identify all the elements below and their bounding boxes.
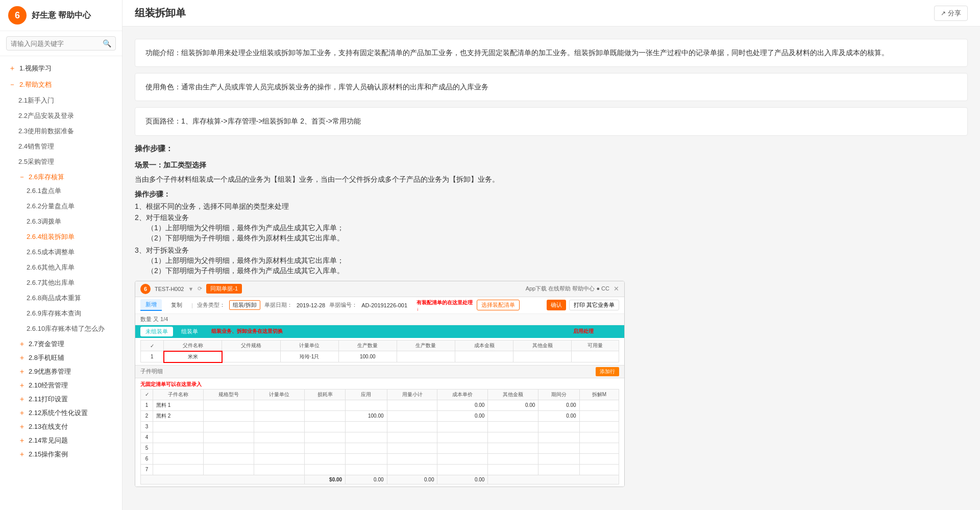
app-topbar: 6 TEST-H002 ▼ ⟳ 同期单据-1 App下载 在线帮助 帮助中心 ●… [135, 281, 624, 297]
plus-icon-print: ＋ [18, 395, 26, 404]
sidebar-item-other-out[interactable]: 2.6.7其他出库单 [27, 275, 122, 290]
plus-icon-operation: ＋ [18, 381, 26, 390]
sidebar-item-stocktake[interactable]: 2.6.1盘点单 [27, 183, 122, 199]
step1: 1、根据不同的业务，选择不同单据的类型来处理 [135, 202, 968, 211]
app-field-date-value: 2019-12-28 [297, 302, 325, 308]
sidebar-item-transfer[interactable]: 2.6.3调拨单 [27, 214, 122, 229]
table-row: 2 黑料 2 100.00 0.00 0.00 [141, 410, 619, 421]
sidebar-item-payment[interactable]: ＋ 2.13在线支付 [18, 419, 122, 433]
sidebar-item-finance[interactable]: ＋ 2.7资金管理 [18, 336, 122, 350]
path-text: 页面路径：1、库存核算->库存管理->组装拆卸单 2、首页->常用功能 [145, 117, 361, 125]
share-icon: ↗ [941, 10, 946, 17]
app-btn-print[interactable]: 打印 其它业务单 [569, 300, 619, 310]
sidebar-item-newbie[interactable]: 2.1新手入门 [18, 93, 122, 108]
app-shop-name: TEST-H002 [155, 286, 184, 292]
app-field-no-label: 单据编号： [329, 301, 357, 309]
page-title: 组装拆卸单 [135, 6, 186, 20]
annotation-bottom: 无固定清单可以在这里录入 [135, 378, 624, 389]
ops-title: 操作步骤： [135, 144, 968, 154]
nav-tree: ＋ 1.视频学习 － 2.帮助文档 2.1新手入门 2.2产品安装及登录 2.3… [0, 56, 122, 510]
th-other-amount: 其他金额 [513, 340, 572, 351]
app-close-icon[interactable]: ✕ [614, 285, 619, 293]
th-cost-amount: 成本金额 [455, 340, 513, 351]
app-bottom-table-container: ✓ 子件名称 规格型号 计量单位 损耗率 应用 用量小计 成本单价 其他金额 期… [135, 389, 624, 487]
intro-block: 功能介绍：组装拆卸单用来处理企业组装或拆卸等加工业务，支持有固定装配清单的产品加… [135, 39, 968, 67]
sidebar-item-faq[interactable]: ＋ 2.14常见问题 [18, 433, 122, 447]
app-type-tab-assembled[interactable]: 组装单 [176, 327, 203, 336]
search-input[interactable] [11, 40, 103, 47]
app-btn-confirm[interactable]: 确认 [547, 300, 566, 310]
sidebar-item-assembly[interactable]: 2.6.4组装拆卸单 [27, 229, 122, 245]
app-right-btns: 确认 打印 其它业务单 [547, 300, 619, 310]
sidebar-item-cases[interactable]: ＋ 2.15操作案例 [18, 447, 122, 460]
app-btn-select-assembly[interactable]: 选择装配清单 [477, 300, 520, 310]
annotation-assembly: 有装配清单的在这里处理 ↓ [416, 299, 473, 311]
sidebar-item-operation[interactable]: ＋ 2.10经营管理 [18, 378, 122, 392]
sidebar-item-sales[interactable]: 2.4销售管理 [18, 139, 122, 154]
step2-sub1: （1）上部明细为父件明细，最终作为产成品生成其它入库单； [147, 224, 968, 233]
sidebar-item-videos[interactable]: ＋ 1.视频学习 [0, 60, 122, 77]
screenshot-wrapper: 6 TEST-H002 ▼ ⟳ 同期单据-1 App下载 在线帮助 帮助中心 ●… [135, 281, 625, 487]
logo-area: 6 好生意 帮助中心 [0, 0, 122, 31]
td-row1-avail [572, 351, 619, 362]
table-row: 6 [141, 453, 619, 464]
step3-sub1: （1）上部明细为父件明细，最终作为原材料生成其它出库单； [147, 256, 968, 265]
sidebar-item-custom[interactable]: ＋ 2.12系统个性化设置 [18, 405, 122, 419]
main-content: 功能介绍：组装拆卸单用来处理企业组装或拆卸等加工业务，支持有固定装配清单的产品加… [122, 27, 980, 510]
sidebar-item-install[interactable]: 2.2产品安装及登录 [18, 108, 122, 124]
td-row1-name: 米米 [164, 351, 222, 362]
search-icon[interactable]: 🔍 [103, 39, 111, 47]
sidebar-item-coupon[interactable]: ＋ 2.9优惠券管理 [18, 364, 122, 378]
sidebar-item-purchase[interactable]: 2.5采购管理 [18, 154, 122, 169]
sidebar-item-data-prep[interactable]: 2.3使用前数据准备 [18, 124, 122, 139]
sidebar-item-inventory[interactable]: － 2.6库存核算 [18, 169, 122, 183]
th-prod-qty: 生产数量 [338, 340, 397, 351]
logo-icon: 6 [8, 6, 27, 25]
scene1-desc: 当由多个子件材料组装成一个成品的业务为【组装】业务，当由一个父件拆分成多个子产品… [135, 173, 968, 186]
main: 组装拆卸单 ↗ 分享 功能介绍：组装拆卸单用来处理企业组装或拆卸等加工业务，支持… [122, 0, 980, 510]
sidebar-item-inventory-query[interactable]: 2.6.9库存账本查询 [27, 306, 122, 321]
th-unit: 计量单位 [280, 340, 338, 351]
app-bottom-section-header: 子件明细 添加行 [135, 365, 624, 378]
share-button[interactable]: ↗ 分享 [934, 6, 968, 21]
plus-icon-faq: ＋ [18, 436, 26, 445]
app-field-type-value[interactable]: 组装/拆卸 [229, 300, 260, 310]
sidebar-item-cost-recalc[interactable]: 2.6.8商品成本重算 [27, 290, 122, 306]
sidebar-item-inventory-error[interactable]: 2.6.10库存账本错了怎么办 [27, 321, 122, 336]
role-text: 使用角色：通常由生产人员或库管人员完成拆装业务的操作，库管人员确认原材料的出库和… [145, 83, 488, 91]
td-row1-cost [455, 351, 513, 362]
th-parent-name: 父件名称 [164, 340, 222, 351]
app-logo: 6 [140, 284, 151, 294]
nav-sub-inventory: 2.6.1盘点单 2.6.2分量盘点单 2.6.3调拨单 2.6.4组装拆卸单 … [18, 183, 122, 336]
app-bottom-table-header: ✓ 子件名称 规格型号 计量单位 损耗率 应用 用量小计 成本单价 其他金额 期… [141, 389, 619, 400]
annotation-bottom-text: 无固定清单可以在这里录入 [140, 381, 202, 387]
th-prod-qty2: 生产数量 [397, 340, 455, 351]
app-tab-copy[interactable]: 复制 [166, 300, 187, 310]
app-top-table-row-1: 1 米米 玲玲·1只 100.00 [141, 351, 619, 362]
sidebar-item-mobile[interactable]: ＋ 2.8手机旺辅 [18, 350, 122, 364]
plus-icon-videos: ＋ [8, 64, 16, 72]
app-type-bar: 未组装单 组装单 组装业务、拆卸业务在这里切换 [135, 325, 624, 338]
app-field-type-label: 业务类型： [197, 301, 225, 309]
nav-sub-docs: 2.1新手入门 2.2产品安装及登录 2.3使用前数据准备 2.4销售管理 2.… [0, 93, 122, 460]
search-box: 🔍 [6, 36, 116, 51]
minus-icon-inventory: － [18, 173, 26, 182]
td-row1-unit: 玲玲·1只 [280, 351, 338, 362]
sidebar-item-cost-adjust[interactable]: 2.6.5成本调整单 [27, 245, 122, 260]
app-add-sub-btn[interactable]: 添加行 [596, 367, 619, 376]
step3: 3、对于拆装业务 [135, 246, 968, 255]
app-tab-new[interactable]: 新增 [140, 299, 162, 311]
td-row1-num: 1 [141, 351, 164, 362]
sidebar-item-print[interactable]: ＋ 2.11打印设置 [18, 392, 122, 405]
plus-icon-custom: ＋ [18, 408, 26, 418]
sidebar-item-partial-stocktake[interactable]: 2.6.2分量盘点单 [27, 199, 122, 214]
scene1-title: 场景一：加工类型选择 [135, 161, 968, 170]
app-type-tab-unassembled[interactable]: 未组装单 [140, 327, 173, 336]
td-row1-prodqty2 [397, 351, 455, 362]
app-main-btn[interactable]: 同期单据-1 [206, 284, 242, 294]
plus-icon-finance: ＋ [18, 339, 26, 349]
sidebar-item-docs[interactable]: － 2.帮助文档 [0, 77, 122, 93]
steps-title: 操作步骤： [135, 190, 968, 199]
sidebar-item-other-in[interactable]: 2.6.6其他入库单 [27, 260, 122, 275]
table-row: 7 [141, 464, 619, 475]
